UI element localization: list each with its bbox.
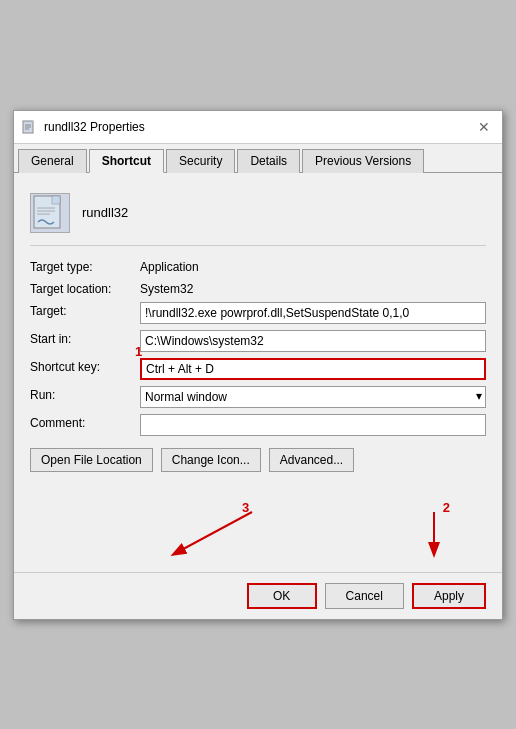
action-buttons: Open File Location Change Icon... Advanc… xyxy=(30,448,486,472)
target-row: Target: xyxy=(30,302,486,324)
target-location-label: Target location: xyxy=(30,280,140,296)
change-icon-button[interactable]: Change Icon... xyxy=(161,448,261,472)
target-type-label: Target type: xyxy=(30,258,140,274)
tab-previous-versions[interactable]: Previous Versions xyxy=(302,149,424,173)
shortcut-key-label: Shortcut key: xyxy=(30,358,140,374)
svg-rect-7 xyxy=(52,196,60,204)
ok-button[interactable]: OK xyxy=(247,583,317,609)
svg-line-11 xyxy=(174,512,252,554)
app-title-icon xyxy=(22,119,38,135)
comment-input[interactable] xyxy=(140,414,486,436)
shortcut-key-input[interactable] xyxy=(140,358,486,380)
target-input[interactable] xyxy=(140,302,486,324)
shortcut-key-row: Shortcut key: 1 xyxy=(30,358,486,380)
start-in-row: Start in: xyxy=(30,330,486,352)
annotation-arrows xyxy=(14,492,502,572)
tab-content: rundll32 Target type: Application Target… xyxy=(14,173,502,492)
annotation-area: 3 2 xyxy=(14,492,502,572)
target-label: Target: xyxy=(30,302,140,318)
app-icon xyxy=(30,193,70,233)
close-button[interactable]: ✕ xyxy=(474,117,494,137)
window-title: rundll32 Properties xyxy=(44,120,145,134)
advanced-button[interactable]: Advanced... xyxy=(269,448,354,472)
title-bar-left: rundll32 Properties xyxy=(22,119,145,135)
comment-row: Comment: xyxy=(30,414,486,436)
start-in-label: Start in: xyxy=(30,330,140,346)
target-location-value: System32 xyxy=(140,280,193,296)
title-bar: rundll32 Properties ✕ xyxy=(14,111,502,144)
tab-security[interactable]: Security xyxy=(166,149,235,173)
tab-shortcut[interactable]: Shortcut xyxy=(89,149,164,173)
target-location-row: Target location: System32 xyxy=(30,280,486,296)
properties-window: rundll32 Properties ✕ General Shortcut S… xyxy=(13,110,503,620)
comment-label: Comment: xyxy=(30,414,140,430)
run-select-wrapper: Normal window xyxy=(140,386,486,408)
tabs-bar: General Shortcut Security Details Previo… xyxy=(14,144,502,173)
app-name: rundll32 xyxy=(82,205,128,220)
run-label: Run: xyxy=(30,386,140,402)
apply-button[interactable]: Apply xyxy=(412,583,486,609)
cancel-button[interactable]: Cancel xyxy=(325,583,404,609)
start-in-input[interactable] xyxy=(140,330,486,352)
footer: OK Cancel Apply xyxy=(14,572,502,619)
run-select[interactable]: Normal window xyxy=(140,386,486,408)
annotation-1: 1 xyxy=(135,344,142,359)
app-header: rundll32 xyxy=(30,185,486,246)
target-type-value: Application xyxy=(140,258,199,274)
tab-general[interactable]: General xyxy=(18,149,87,173)
open-file-location-button[interactable]: Open File Location xyxy=(30,448,153,472)
target-type-row: Target type: Application xyxy=(30,258,486,274)
run-row: Run: Normal window xyxy=(30,386,486,408)
tab-details[interactable]: Details xyxy=(237,149,300,173)
